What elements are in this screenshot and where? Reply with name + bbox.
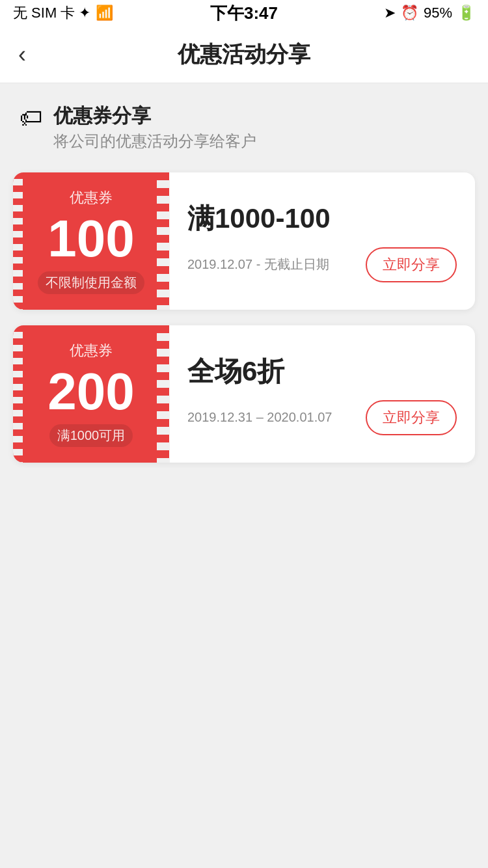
- nav-bar: ‹ 优惠活动分享: [0, 26, 488, 83]
- coupon-left-0: 优惠券 100 不限制使用金额: [13, 172, 169, 310]
- no-sim-text: 无 SIM 卡 ✦: [13, 3, 90, 23]
- coupon-date-1: 2019.12.31 – 2020.01.07: [187, 410, 358, 425]
- coupon-amount-0: 100: [47, 213, 134, 265]
- coupon-amount-1: 200: [47, 366, 134, 418]
- battery-text: 95%: [424, 5, 452, 21]
- coupon-type-1: 优惠券: [70, 341, 113, 360]
- coupon-left-1: 优惠券 200 满1000可用: [13, 325, 169, 463]
- coupon-meta-0: 2019.12.07 - 无截止日期 立即分享: [187, 247, 457, 282]
- page-title: 优惠活动分享: [178, 40, 310, 70]
- coupon-type-0: 优惠券: [70, 188, 113, 208]
- section-header: 🏷 优惠券分享 将公司的优惠活动分享给客户: [0, 83, 488, 165]
- alarm-icon: ⏰: [401, 5, 418, 21]
- coupon-name-1: 全场6折: [187, 353, 457, 390]
- back-button[interactable]: ‹: [18, 41, 26, 68]
- status-left: 无 SIM 卡 ✦ 📶: [13, 3, 113, 23]
- coupon-date-0: 2019.12.07 - 无截止日期: [187, 256, 358, 273]
- share-button-0[interactable]: 立即分享: [366, 247, 457, 282]
- coupon-meta-1: 2019.12.31 – 2020.01.07 立即分享: [187, 400, 457, 435]
- coupon-condition-0: 不限制使用金额: [38, 271, 144, 294]
- coupon-right-0: 满1000-100 2019.12.07 - 无截止日期 立即分享: [169, 172, 475, 310]
- status-time: 下午3:47: [210, 2, 278, 25]
- coupon-section-icon: 🏷: [20, 104, 43, 131]
- section-text: 优惠券分享 将公司的优惠活动分享给客户: [53, 103, 256, 152]
- coupon-card-1: 优惠券 200 满1000可用 全场6折 2019.12.31 – 2020.0…: [13, 325, 475, 463]
- share-button-1[interactable]: 立即分享: [366, 400, 457, 435]
- coupon-condition-1: 满1000可用: [49, 424, 133, 447]
- status-right: ➤ ⏰ 95% 🔋: [384, 5, 475, 21]
- coupon-name-0: 满1000-100: [187, 200, 457, 237]
- battery-icon: 🔋: [457, 5, 475, 21]
- section-subtitle: 将公司的优惠活动分享给客户: [53, 131, 256, 152]
- empty-area: [0, 490, 488, 815]
- coupon-card-0: 优惠券 100 不限制使用金额 满1000-100 2019.12.07 - 无…: [13, 172, 475, 310]
- coupon-list: 优惠券 100 不限制使用金额 满1000-100 2019.12.07 - 无…: [0, 165, 488, 490]
- location-icon: ➤: [384, 5, 396, 21]
- section-title: 优惠券分享: [53, 103, 256, 128]
- status-bar: 无 SIM 卡 ✦ 📶 下午3:47 ➤ ⏰ 95% 🔋: [0, 0, 488, 26]
- wifi-icon: 📶: [96, 5, 113, 21]
- coupon-right-1: 全场6折 2019.12.31 – 2020.01.07 立即分享: [169, 325, 475, 463]
